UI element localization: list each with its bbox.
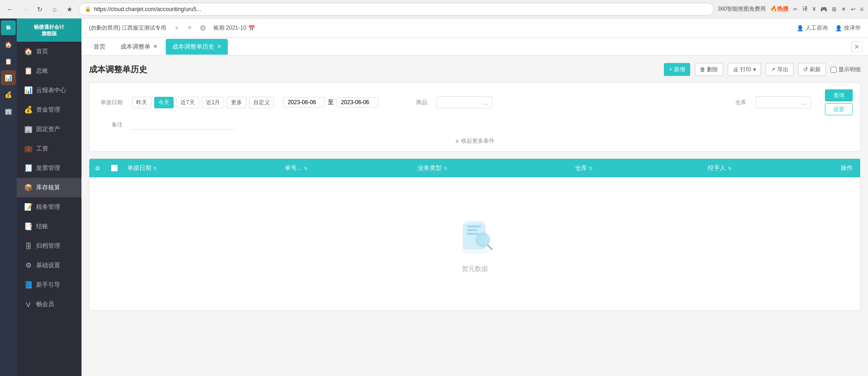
add-tab-button[interactable]: + <box>187 23 192 33</box>
show-detail-checkbox[interactable]: 显示明细 <box>831 66 861 74</box>
sidebar-label-invoice: 发票管理 <box>36 164 60 172</box>
reload-button[interactable]: ↻ <box>34 4 45 15</box>
export-icon: ↗ <box>771 66 775 73</box>
custom-btn[interactable]: 自定义 <box>249 97 274 108</box>
sidebar-label-guide: 新手引导 <box>36 281 60 289</box>
period-label: 账期 2021-10 <box>213 24 246 32</box>
date-filter-label: 单据日期 <box>97 99 123 107</box>
home-button[interactable]: ⌂ <box>49 4 60 15</box>
forward-button[interactable]: → <box>19 4 31 15</box>
tab-cost-adjust-history[interactable]: 成本调整单历史 ✕ <box>166 39 228 55</box>
sidebar-icon-3[interactable]: 📊 <box>1 70 16 85</box>
sidebar-label-checkout: 结账 <box>36 222 48 231</box>
th-date-label: 单据日期 <box>127 164 151 172</box>
sidebar-icon-1[interactable]: 🏠 <box>1 37 16 52</box>
sidebar-item-tax[interactable]: 📝 税务管理 <box>17 197 81 217</box>
sidebar-icon-5[interactable]: 🏢 <box>1 104 16 119</box>
sidebar-item-ledger[interactable]: 📋 总账 <box>17 61 81 81</box>
sidebar-item-fixed[interactable]: 🏢 固定资产 <box>17 119 81 139</box>
filter-row-1: 单据日期 昨天 今天 近7天 近1月 更多 自定义 至 <box>97 89 853 115</box>
tab-cost-adjust-close[interactable]: ✕ <box>153 44 157 50</box>
logo-text-line2: 旗舰版 <box>34 30 64 37</box>
th-number[interactable]: 单号... ⇅ <box>280 159 413 177</box>
bookmark-button[interactable]: ★ <box>64 4 75 15</box>
th-biztype[interactable]: 业务类型 ⇅ <box>413 159 570 177</box>
back-button[interactable]: ← <box>5 4 16 15</box>
dropdown-arrow[interactable]: ▼ <box>174 25 180 31</box>
more-btn[interactable]: 更多 <box>227 97 246 108</box>
refresh-button[interactable]: ↺ 刷新 <box>798 63 826 76</box>
collapse-icon: ∧ <box>455 138 459 144</box>
sidebar-label-salary: 工资 <box>36 144 48 153</box>
show-detail-input[interactable] <box>831 67 837 73</box>
sidebar-item-invoice[interactable]: 🧾 发票管理 <box>17 158 81 178</box>
export-button[interactable]: ↗ 导出 <box>766 63 793 76</box>
th-checkbox[interactable] <box>106 159 123 177</box>
sidebar-icon-4[interactable]: 💰 <box>1 87 16 102</box>
page-area: 成本调整单历史 + 新增 🗑 删除 🖨 打印 ▾ ↗ 导出 ↺ <box>81 56 868 376</box>
sidebar-item-checkout[interactable]: 📑 结账 <box>17 217 81 236</box>
select-all-checkbox[interactable] <box>111 165 118 171</box>
sidebar-icon-2[interactable]: 📋 <box>1 54 16 69</box>
settings-icon: ⚙ <box>24 261 32 269</box>
sidebar-label-fixed: 固定资产 <box>36 125 60 133</box>
collapse-label: 收起更多条件 <box>461 137 494 145</box>
no-data-svg <box>454 214 496 256</box>
product-select[interactable]: ... <box>437 96 492 108</box>
query-button[interactable]: 查询 <box>825 89 853 101</box>
today-btn[interactable]: 今天 <box>154 97 174 108</box>
collapse-button[interactable]: ∧ 收起更多条件 <box>97 134 853 145</box>
tab-cost-adjust[interactable]: 成本调整单 ✕ <box>114 39 164 55</box>
sidebar-item-funds[interactable]: 💰 资金管理 <box>17 100 81 119</box>
sidebar-item-settings[interactable]: ⚙ 基础设置 <box>17 256 81 275</box>
add-button[interactable]: + 新增 <box>664 63 690 76</box>
date-from-input[interactable] <box>283 97 325 107</box>
person-icon: 👤 <box>797 25 804 31</box>
sidebar-item-reports[interactable]: 📊 云报表中心 <box>17 81 81 100</box>
sidebar-label-ledger: 总账 <box>36 67 48 75</box>
product-dots: ... <box>482 98 488 107</box>
yesterday-btn[interactable]: 昨天 <box>132 97 151 108</box>
last7days-btn[interactable]: 近7天 <box>176 97 199 108</box>
filter-settings-button[interactable]: 设置 <box>825 103 853 115</box>
th-date[interactable]: 单据日期 ⇅ <box>123 159 280 177</box>
sidebar-label-settings: 基础设置 <box>36 261 60 269</box>
sidebar-label-home: 首页 <box>36 47 48 56</box>
th-warehouse[interactable]: 仓库 ⇅ <box>570 159 703 177</box>
sidebar-item-home[interactable]: 🏠 首页 <box>17 42 81 61</box>
svg-rect-4 <box>467 229 477 231</box>
product-filter-label: 商品 <box>401 99 427 107</box>
game-icon: 🎮 <box>820 6 827 13</box>
warehouse-select[interactable]: ... <box>756 96 811 108</box>
th-number-label: 单号... <box>285 164 302 172</box>
sidebar-item-archive[interactable]: 🗄 归档管理 <box>17 236 81 256</box>
close-window-button[interactable]: ✕ <box>851 41 862 52</box>
svg-rect-3 <box>467 226 481 227</box>
th-settings[interactable]: ⚙ <box>89 159 106 177</box>
url-bar[interactable]: 🔒 https://cloud.chanjet.com/accounting/u… <box>79 3 714 16</box>
table-header: ⚙ 单据日期 ⇅ 单号... ⇅ 业务类型 ⇅ <box>89 159 860 177</box>
sidebar-item-inventory[interactable]: 📦 库存核算 <box>17 178 81 197</box>
nav-logo: 畅捷通好会计 旗舰版 <box>17 19 81 42</box>
url-text: https://cloud.chanjet.com/accounting/uru… <box>94 6 201 13</box>
last1month-btn[interactable]: 近1月 <box>202 97 225 108</box>
funds-icon: 💰 <box>24 106 32 114</box>
settings-btn[interactable]: ⚙ <box>200 24 206 32</box>
search-label: 360智能抠图免费用 <box>718 5 766 13</box>
sidebar-item-salary[interactable]: 💼 工资 <box>17 139 81 158</box>
salary-icon: 💼 <box>24 144 32 153</box>
remark-input[interactable] <box>132 120 234 130</box>
remark-label: 备注 <box>97 121 123 129</box>
tab-cost-adjust-history-close[interactable]: ✕ <box>217 44 221 50</box>
date-to-input[interactable] <box>337 97 378 107</box>
th-handler[interactable]: 经手人 ⇅ <box>703 159 836 177</box>
ledger-icon: 📋 <box>24 67 32 75</box>
user-profile[interactable]: 👤 徐泽华 <box>835 24 861 32</box>
sidebar-item-guide[interactable]: 📘 新手引导 <box>17 275 81 295</box>
delete-button[interactable]: 🗑 删除 <box>695 63 723 76</box>
sidebar-item-vip[interactable]: V 畅会员 <box>17 295 81 314</box>
print-button[interactable]: 🖨 打印 ▾ <box>728 63 761 76</box>
calendar-icon[interactable]: 📅 <box>248 25 255 31</box>
help-button[interactable]: 👤 人工咨询 <box>797 24 828 32</box>
tab-home[interactable]: 首页 <box>87 39 112 55</box>
